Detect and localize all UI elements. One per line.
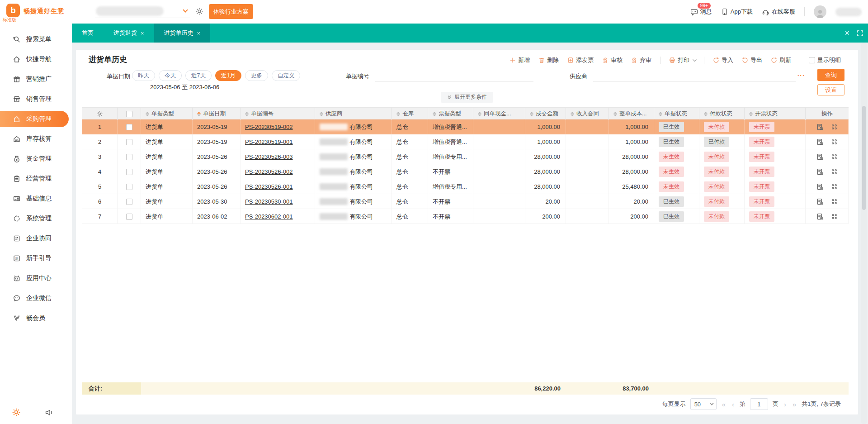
first-page-icon[interactable]: « (721, 400, 726, 408)
order-no-link[interactable]: PS-20230530-001 (245, 198, 293, 205)
sidebar-item-new[interactable]: 新新手引导 (0, 250, 72, 267)
fullscreen-icon[interactable] (857, 30, 863, 37)
row-checkbox[interactable] (126, 139, 132, 145)
view-detail-icon[interactable] (816, 153, 824, 161)
order-no-link[interactable]: PS-20230526-003 (245, 153, 293, 160)
col-header-inv_status[interactable]: 开票状态 (745, 108, 806, 120)
search-button[interactable]: 查询 (817, 69, 844, 81)
sort-arrows-icon[interactable] (571, 112, 574, 116)
view-detail-icon[interactable] (816, 138, 824, 146)
show-detail-checkbox[interactable] (809, 57, 815, 63)
online-service-button[interactable]: 在线客服 (762, 8, 795, 16)
more-actions-icon[interactable] (831, 213, 838, 220)
user-avatar[interactable] (814, 5, 826, 18)
col-header-income_contract[interactable]: 收入合同 (566, 108, 609, 120)
table-row[interactable]: 7进货单2023-06-02PS-20230602-001有限公司总仓不开票20… (82, 209, 849, 224)
more-actions-icon[interactable] (831, 124, 838, 130)
date-preset-今天[interactable]: 今天 (159, 70, 182, 81)
settings-button[interactable]: 设置 (817, 84, 844, 95)
table-row[interactable]: 5进货单2023-05-26PS-20230526-001有限公司总仓增值税专用… (82, 179, 849, 194)
page-number-input[interactable] (750, 398, 768, 410)
per-page-select[interactable]: 50 (690, 398, 717, 410)
date-range-value[interactable]: 2023-05-06 至 2023-06-06 (150, 83, 219, 91)
sidebar-item-search[interactable]: 搜索菜单 (0, 31, 72, 48)
view-detail-icon[interactable] (816, 183, 824, 191)
sidebar-item-gift[interactable]: 营销推广 (0, 71, 72, 87)
date-preset-更多[interactable]: 更多 (245, 70, 268, 81)
app-download-button[interactable]: App下载 (721, 8, 753, 16)
next-page-icon[interactable]: › (783, 400, 787, 408)
sidebar-item-bag[interactable]: 采购管理 (0, 111, 69, 127)
col-header-supplier[interactable]: 供应商 (315, 108, 392, 120)
sidebar-item-clipboard[interactable]: 经营管理 (0, 171, 72, 187)
sidebar-item-store[interactable]: 销售管理 (0, 91, 72, 107)
sort-arrows-icon[interactable] (245, 112, 249, 116)
experience-plan-button[interactable]: 体验行业方案 (209, 4, 253, 19)
col-header-same_cash[interactable]: 同单现金... (473, 108, 525, 120)
col-header-pay_status[interactable]: 付款状态 (699, 108, 745, 120)
date-preset-近7天[interactable]: 近7天 (185, 70, 212, 81)
table-row[interactable]: 3进货单2023-05-26PS-20230526-003有限公司总仓增值税专用… (82, 149, 849, 164)
sidebar-item-collab[interactable]: 企业协同 (0, 230, 72, 247)
toolbar-print-button[interactable]: 打印 (669, 56, 695, 64)
order-no-link[interactable]: PS-20230526-001 (245, 183, 293, 190)
supplier-input[interactable] (593, 70, 796, 81)
col-header-date[interactable]: 单据日期 (193, 108, 241, 120)
date-preset-昨天[interactable]: 昨天 (132, 70, 155, 81)
more-actions-icon[interactable] (831, 183, 838, 190)
sidebar-item-home[interactable]: 快捷导航 (0, 51, 72, 67)
page-scrollbar[interactable] (861, 43, 867, 424)
last-page-icon[interactable]: » (792, 400, 797, 408)
tab-close-icon[interactable]: × (141, 30, 144, 37)
more-actions-icon[interactable] (831, 153, 838, 160)
row-checkbox[interactable] (126, 214, 132, 220)
sidebar-item-moneybag[interactable]: 资金管理 (0, 151, 72, 167)
sort-arrows-icon[interactable] (478, 112, 481, 116)
tab-进货退货[interactable]: 进货退货× (104, 24, 154, 43)
col-header-no[interactable]: 单据编号 (241, 108, 315, 120)
view-detail-icon[interactable] (816, 198, 824, 205)
sort-arrows-icon[interactable] (659, 112, 662, 116)
order-no-link[interactable]: PS-20230519-001 (245, 138, 293, 145)
tab-首页[interactable]: 首页 (72, 24, 104, 43)
row-checkbox[interactable] (126, 169, 132, 175)
table-row[interactable]: 2进货单2023-05-19PS-20230519-001有限公司总仓增值税普通… (82, 134, 849, 149)
prev-page-icon[interactable]: ‹ (731, 400, 735, 408)
user-name-redacted[interactable] (835, 8, 862, 16)
date-preset-近1月[interactable]: 近1月 (215, 70, 241, 81)
order-no-link[interactable]: PS-20230519-002 (245, 124, 293, 130)
col-header-check[interactable] (118, 108, 141, 120)
sidebar-item-vip[interactable]: 畅会员 (0, 310, 72, 326)
toolbar-audit-button[interactable]: 审核 (602, 56, 623, 64)
toolbar-export-button[interactable]: 导出 (742, 56, 762, 64)
select-all-checkbox[interactable] (126, 111, 132, 117)
toolbar-plus-button[interactable]: 新增 (509, 56, 530, 64)
sort-arrows-icon[interactable] (146, 112, 149, 116)
supplier-more-button[interactable]: ... (797, 71, 805, 77)
table-row[interactable]: 1进货单2023-05-19PS-20230519-002有限公司总仓增值税普通… (82, 119, 849, 134)
scrollbar-thumb[interactable] (862, 106, 866, 210)
sort-arrows-icon[interactable] (197, 112, 201, 116)
view-detail-icon[interactable] (816, 124, 824, 131)
col-header-type[interactable]: 单据类型 (141, 108, 193, 120)
toolbar-refresh-button[interactable]: 刷新 (771, 56, 791, 64)
show-detail-toggle[interactable]: 显示明细 (809, 56, 841, 64)
toolbar-trash-button[interactable]: 删除 (538, 56, 559, 64)
date-preset-自定义[interactable]: 自定义 (272, 70, 301, 81)
sort-arrows-icon[interactable] (749, 112, 753, 116)
toolbar-import-button[interactable]: 导入 (713, 56, 733, 64)
sort-arrows-icon[interactable] (320, 112, 323, 116)
row-checkbox[interactable] (126, 154, 132, 160)
announcement-horn-icon[interactable] (45, 409, 53, 416)
toolbar-docplus-button[interactable]: 添发票 (567, 56, 594, 64)
more-actions-icon[interactable] (831, 138, 838, 145)
col-header-amount[interactable]: 成交金额 (525, 108, 566, 120)
order-no-link[interactable]: PS-20230526-002 (245, 168, 293, 175)
sort-arrows-icon[interactable] (433, 112, 436, 116)
toolbar-unaudit-button[interactable]: 弃审 (631, 56, 651, 64)
col-header-doc_status[interactable]: 单据状态 (654, 108, 699, 120)
row-checkbox[interactable] (126, 184, 132, 190)
sidebar-item-idcard[interactable]: 基础信息 (0, 191, 72, 207)
order-no-link[interactable]: PS-20230602-001 (245, 213, 293, 220)
settings-gear-icon[interactable] (12, 408, 21, 417)
